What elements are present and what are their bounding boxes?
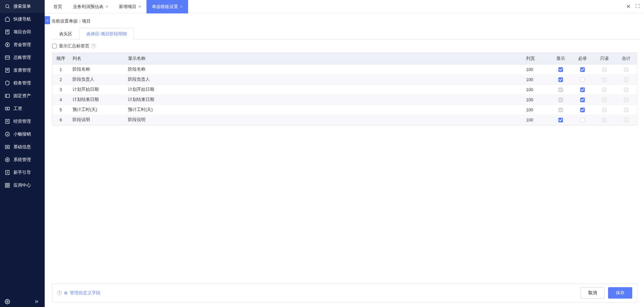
checkbox-required[interactable] (580, 98, 585, 102)
sub-tab-1[interactable]: 表体区-项目阶段明细 (79, 28, 134, 40)
cell-dispname[interactable]: 阶段名称 (125, 65, 523, 75)
save-button[interactable]: 保存 (608, 287, 632, 299)
sidebar-item-8[interactable]: 工资 (0, 102, 45, 115)
cancel-button[interactable]: 取消 (581, 287, 605, 299)
checkbox-required[interactable] (580, 108, 585, 112)
th-colname: 列名 (69, 53, 125, 65)
sidebar-item-12[interactable]: 系统管理 (0, 153, 45, 166)
tab-0[interactable]: 首页 (48, 0, 68, 13)
home-icon (5, 16, 10, 22)
sidebar-item-1[interactable]: 快捷导航 (0, 13, 45, 26)
sidebar-item-13[interactable]: 新手引导 (0, 166, 45, 179)
svg-rect-21 (6, 170, 9, 175)
app-icon (5, 183, 10, 188)
checkbox-total (624, 77, 629, 82)
tab-3[interactable]: 单据模板设置✕ (146, 0, 188, 13)
cell-width[interactable]: 100 (523, 115, 550, 125)
contract-icon (5, 29, 10, 35)
checkbox-required[interactable] (580, 118, 585, 122)
fullscreen-icon[interactable] (635, 4, 640, 9)
tab-close-icon[interactable]: ✕ (138, 5, 141, 8)
table-row[interactable]: 3计划开始日期计划开始日期100 (52, 85, 637, 95)
checkbox-total (624, 108, 629, 112)
sidebar-item-label: 新手引导 (13, 169, 31, 176)
help-icon[interactable]: ? (91, 44, 96, 48)
checkbox-required[interactable] (580, 77, 585, 82)
cell-dispname[interactable]: 阶段说明 (125, 115, 523, 125)
svg-rect-10 (5, 107, 9, 110)
sidebar-item-10[interactable]: 小畅报销 (0, 128, 45, 141)
footer-bar: ? ⚙ 管理自定义字段 取消 保存 (52, 283, 637, 302)
cell-width[interactable]: 100 (523, 75, 550, 85)
sidebar-item-label: 项目合同 (13, 29, 31, 35)
cell-dispname[interactable]: 计划开始日期 (125, 85, 523, 95)
sidebar-item-2[interactable]: 项目合同 (0, 26, 45, 38)
cell-colname: 阶段名称 (69, 65, 125, 75)
tab-label: 单据模板设置 (152, 4, 178, 10)
summary-tab-checkbox[interactable] (52, 44, 57, 48)
info-icon (5, 144, 10, 150)
tab-1[interactable]: 业务利润预估表✕ (68, 0, 114, 13)
cell-width[interactable]: 100 (523, 105, 550, 115)
table-row[interactable]: 4计划结束日期计划结束日期100 (52, 95, 637, 105)
current-document-prefix: 当前设置单据： (51, 18, 82, 24)
collapse-sidebar-icon[interactable] (35, 299, 40, 304)
th-width: 列宽 (523, 53, 550, 65)
checkbox-readonly (602, 118, 607, 122)
svg-rect-24 (5, 186, 7, 187)
cell-width[interactable]: 100 (523, 65, 550, 75)
sidebar-item-11[interactable]: 基础信息 (0, 141, 45, 153)
svg-rect-27 (36, 300, 36, 303)
svg-rect-22 (5, 183, 7, 185)
sidebar-item-9[interactable]: 经营管理 (0, 115, 45, 128)
salary-icon (5, 106, 10, 111)
table-row[interactable]: 2阶段负责人阶段负责人100 (52, 75, 637, 85)
sidebar-item-label: 发票管理 (13, 67, 31, 73)
tab-close-icon[interactable]: ✕ (180, 5, 183, 8)
config-table: 顺序 列名 显示名称 列宽 显示 必录 只读 合计 1阶段名称阶段名称1002阶… (52, 52, 637, 125)
current-document-bar: 当前设置单据：项目 (51, 16, 639, 28)
gear-icon[interactable] (5, 299, 10, 304)
sidebar-item-14[interactable]: 应用中心 (0, 179, 45, 192)
checkbox-show[interactable] (558, 67, 563, 72)
svg-point-11 (7, 108, 8, 109)
tab-2[interactable]: 新增项目✕ (114, 0, 146, 13)
cell-seq: 2 (52, 75, 69, 85)
table-row[interactable]: 6阶段说明阶段说明100 (52, 115, 637, 125)
svg-point-19 (7, 159, 8, 160)
cell-dispname[interactable]: 阶段负责人 (125, 75, 523, 85)
tabs-bar: 首页业务利润预估表✕新增项目✕单据模板设置✕ ✕ (45, 0, 644, 13)
sub-tab-0[interactable]: 表头区 (52, 28, 79, 40)
cell-seq: 3 (52, 85, 69, 95)
cell-seq: 1 (52, 65, 69, 75)
th-readonly: 只读 (593, 53, 615, 65)
guide-icon (5, 170, 10, 175)
cell-dispname[interactable]: 预计工时(天) (125, 105, 523, 115)
checkbox-required[interactable] (580, 87, 585, 92)
footer-help-icon[interactable]: ? (57, 291, 62, 295)
checkbox-show[interactable] (558, 77, 563, 82)
sidebar-item-0[interactable]: 搜索菜单 (0, 0, 45, 13)
checkbox-required[interactable] (580, 67, 585, 72)
cell-width[interactable]: 100 (523, 95, 550, 105)
cell-seq: 6 (52, 115, 69, 125)
cell-dispname[interactable]: 计划结束日期 (125, 95, 523, 105)
checkbox-show[interactable] (558, 118, 563, 122)
manage-custom-fields-link[interactable]: 管理自定义字段 (70, 290, 100, 296)
tab-close-icon[interactable]: ✕ (105, 5, 108, 8)
th-dispname: 显示名称 (125, 53, 523, 65)
checkbox-total (624, 67, 629, 72)
table-row[interactable]: 5预计工时(天)预计工时(天)100 (52, 105, 637, 115)
sidebar-item-5[interactable]: 发票管理 (0, 64, 45, 77)
sidebar-item-3[interactable]: 资金管理 (0, 38, 45, 51)
sidebar-item-7[interactable]: 固定资产 (0, 89, 45, 102)
sidebar-item-label: 基础信息 (13, 144, 31, 150)
panel-collapse-handle[interactable]: » (45, 16, 50, 24)
sidebar-item-4[interactable]: 总账管理 (0, 51, 45, 64)
close-all-tabs-icon[interactable]: ✕ (626, 3, 631, 10)
table-row[interactable]: 1阶段名称阶段名称100 (52, 65, 637, 75)
sidebar-item-6[interactable]: 税务管理 (0, 77, 45, 89)
sidebar-item-label: 快捷导航 (13, 16, 31, 22)
cell-width[interactable]: 100 (523, 85, 550, 95)
sidebar-item-label: 搜索菜单 (13, 3, 31, 9)
